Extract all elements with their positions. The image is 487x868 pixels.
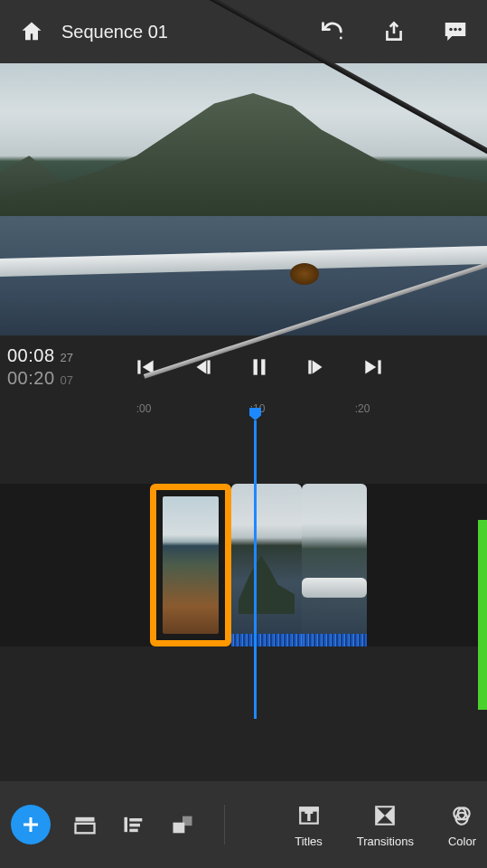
transitions-button[interactable]: Transitions: [357, 802, 414, 848]
sequence-title[interactable]: Sequence 01: [61, 22, 168, 42]
svg-point-0: [340, 37, 342, 40]
skip-end-icon[interactable]: [356, 350, 390, 384]
clips-container: [150, 484, 367, 646]
feedback-icon[interactable]: [440, 16, 471, 47]
timecode-display: 00:08 27 00:20 07: [7, 344, 73, 390]
clip-audio-waveform: [302, 634, 367, 646]
ruler-tick: :00: [136, 402, 152, 415]
color-icon: [448, 802, 475, 829]
titles-button[interactable]: T Titles: [295, 802, 323, 848]
clip-thumbnail: [231, 484, 302, 646]
svg-rect-9: [378, 360, 380, 373]
svg-rect-15: [129, 818, 142, 822]
clip-audio-waveform: [231, 634, 302, 646]
marker-bar: [478, 520, 487, 710]
clip-thumbnail: [163, 496, 219, 634]
color-button[interactable]: Color: [448, 802, 476, 848]
app-header: Sequence 01: [0, 0, 487, 63]
svg-rect-12: [76, 817, 95, 822]
svg-text:T: T: [305, 810, 312, 823]
share-icon[interactable]: [379, 16, 409, 47]
svg-point-1: [449, 28, 453, 32]
undo-icon[interactable]: [317, 16, 348, 47]
color-label: Color: [448, 835, 476, 848]
svg-rect-6: [254, 359, 258, 374]
home-icon[interactable]: [16, 16, 47, 47]
svg-point-2: [454, 28, 457, 32]
svg-rect-14: [125, 817, 128, 832]
transitions-label: Transitions: [357, 835, 414, 848]
current-frames: 27: [61, 351, 73, 365]
skip-start-icon[interactable]: [128, 350, 163, 384]
transitions-icon: [371, 802, 398, 829]
timeline[interactable]: [0, 420, 487, 719]
timeline-clip[interactable]: [302, 484, 367, 646]
svg-rect-13: [76, 824, 95, 834]
svg-point-3: [458, 28, 462, 32]
duration-frames: 07: [61, 373, 73, 388]
timeline-ruler[interactable]: :00:10:20: [0, 402, 487, 420]
list-icon[interactable]: [119, 810, 148, 839]
timeline-clip[interactable]: [150, 484, 231, 646]
svg-rect-11: [23, 824, 38, 826]
titles-icon: T: [295, 802, 323, 829]
ruler-tick: :20: [355, 402, 370, 415]
titles-label: Titles: [295, 835, 323, 848]
clip-thumbnail: [302, 484, 367, 646]
duration-time: 00:20: [7, 367, 55, 390]
svg-rect-7: [261, 359, 265, 374]
pause-icon[interactable]: [242, 350, 276, 384]
playhead[interactable]: [254, 420, 257, 719]
svg-rect-17: [129, 829, 137, 833]
svg-rect-8: [308, 360, 311, 373]
transport-buttons: [106, 350, 413, 384]
svg-rect-16: [129, 824, 140, 827]
svg-rect-19: [183, 816, 192, 826]
step-forward-icon[interactable]: [299, 350, 333, 384]
bottom-toolbar: T Titles Transitions Color: [0, 781, 487, 868]
current-time: 00:08: [7, 344, 55, 367]
header-actions: [317, 16, 471, 47]
toolbar-divider: [224, 805, 225, 844]
timeline-clip[interactable]: [231, 484, 302, 646]
pip-icon[interactable]: [168, 810, 197, 839]
preview-monitor[interactable]: [0, 63, 487, 335]
add-media-button[interactable]: [11, 805, 51, 844]
svg-rect-5: [207, 360, 210, 373]
svg-rect-4: [137, 360, 140, 373]
project-panel-icon[interactable]: [70, 810, 99, 839]
